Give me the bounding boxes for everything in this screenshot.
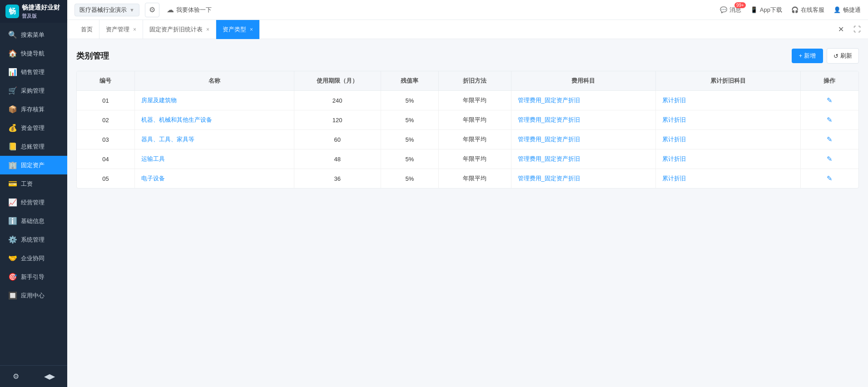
app-center-icon: 🔲 [8,291,16,300]
ledger-icon: 📒 [8,142,16,151]
edit-button[interactable]: ✎ [827,96,833,104]
sidebar-item-label: 采购管理 [21,87,45,95]
cell-accum: 累计折旧 [656,130,801,149]
sidebar-item-system[interactable]: ⚙️ 系统管理 [0,230,67,249]
edit-button[interactable]: ✎ [827,135,833,143]
col-header-name: 名称 [134,71,294,91]
workspace-selector[interactable]: 医疗器械行业演示 ▼ [74,4,139,16]
tab-asset-management-close[interactable]: × [133,27,136,32]
sidebar-item-label: 企业协同 [21,254,45,263]
page-title: 类别管理 [76,50,109,61]
app-icon: 📱 [750,6,758,13]
cell-residual: 5% [381,169,438,189]
cell-period: 120 [294,110,381,130]
cell-expense: 管理费用_固定资产折旧 [511,130,656,149]
cell-period: 36 [294,169,381,189]
online-service-button[interactable]: 🎧 在线客服 [791,6,824,14]
cell-accum: 累计折旧 [656,91,801,110]
tab-home-label: 首页 [81,25,93,34]
cell-expense: 管理费用_固定资产折旧 [511,110,656,130]
experience-button[interactable]: ☁ 我要体验一下 [167,5,212,14]
tab-depreciation-table[interactable]: 固定资产折旧统计表 × [143,20,216,39]
tab-asset-type-close[interactable]: × [250,27,253,32]
app-version: 普及版 [22,13,60,20]
sidebar-item-search[interactable]: 🔍 搜索菜单 [0,25,67,44]
app-label: App下载 [760,6,782,14]
sales-icon: 📊 [8,68,16,76]
cell-period: 60 [294,130,381,149]
tab-depreciation-close[interactable]: × [206,27,209,32]
cell-accum: 累计折旧 [656,169,801,189]
edit-button[interactable]: ✎ [827,155,833,163]
sidebar-item-ledger[interactable]: 📒 总账管理 [0,137,67,156]
page-header: 类别管理 + 新增 ↺ 刷新 [76,48,859,64]
tab-fullscreen-button[interactable]: ⛶ [850,22,864,37]
capital-icon: 💰 [8,124,16,132]
col-header-period: 使用期限（月） [294,71,381,91]
sidebar: 畅 畅捷通好业财 普及版 🔍 搜索菜单 🏠 快捷导航 📊 销售管理 🛒 采购管理… [0,0,67,387]
tab-asset-management[interactable]: 资产管理 × [99,20,143,39]
data-table: 编号 名称 使用期限（月） 残值率 折旧方法 [76,71,859,189]
sidebar-item-operations[interactable]: 📈 经营管理 [0,193,67,212]
tab-close-all-button[interactable]: ✕ [833,22,848,37]
sidebar-item-inventory[interactable]: 📦 库存核算 [0,100,67,119]
tab-asset-type-label: 资产类型 [223,25,246,34]
cell-name: 器具、工具、家具等 [134,130,294,149]
tab-home[interactable]: 首页 [74,20,99,39]
page-actions: + 新增 ↺ 刷新 [792,48,859,64]
cell-code: 04 [77,149,134,169]
basic-info-icon: ℹ️ [8,217,16,225]
sidebar-settings-button[interactable]: ⚙ [10,369,22,383]
cloud-icon: ☁ [167,5,174,14]
cell-accum: 累计折旧 [656,110,801,130]
cell-method: 年限平均 [439,130,511,149]
edit-button[interactable]: ✎ [827,116,833,124]
service-icon: 🎧 [791,6,799,13]
cell-method: 年限平均 [439,110,511,130]
topbar-right: 💬 消息 99+ 📱 App下载 🎧 在线客服 👤 畅捷通 [720,6,861,14]
sidebar-item-app-center[interactable]: 🔲 应用中心 [0,286,67,305]
user-menu-button[interactable]: 👤 畅捷通 [833,6,861,14]
cell-residual: 5% [381,149,438,169]
tabbar-actions: ✕ ⛶ [833,22,868,37]
sidebar-item-basic-info[interactable]: ℹ️ 基础信息 [0,212,67,230]
cell-name: 机器、机械和其他生产设备 [134,110,294,130]
new-button[interactable]: + 新增 [792,49,823,63]
refresh-icon: ↺ [833,53,838,60]
message-button[interactable]: 💬 消息 99+ [720,6,741,14]
sidebar-item-enterprise[interactable]: 🤝 企业协同 [0,249,67,268]
enterprise-icon: 🤝 [8,254,16,263]
app-download-button[interactable]: 📱 App下载 [750,6,782,14]
cell-code: 05 [77,169,134,189]
cell-residual: 5% [381,130,438,149]
cell-residual: 5% [381,110,438,130]
sidebar-item-payroll[interactable]: 💳 工资 [0,174,67,193]
cell-expense: 管理费用_固定资产折旧 [511,169,656,189]
cell-name: 房屋及建筑物 [134,91,294,110]
sidebar-toggle-button[interactable]: ◀▶ [41,369,58,383]
cell-code: 03 [77,130,134,149]
refresh-button[interactable]: ↺ 刷新 [827,48,859,64]
sidebar-item-quick-nav[interactable]: 🏠 快捷导航 [0,44,67,63]
sidebar-item-label: 系统管理 [21,236,45,244]
fixed-assets-icon: 🏢 [8,161,16,169]
sidebar-item-purchase[interactable]: 🛒 采购管理 [0,81,67,100]
topbar-settings-button[interactable]: ⚙ [145,3,159,17]
gear-icon: ⚙ [149,5,155,14]
sidebar-item-capital[interactable]: 💰 资金管理 [0,119,67,137]
tab-asset-type[interactable]: 资产类型 × [216,20,260,39]
sidebar-item-label: 资金管理 [21,124,45,132]
col-header-accum: 累计折旧科目 [656,71,801,91]
operations-icon: 📈 [8,198,16,207]
sidebar-item-fixed-assets[interactable]: 🏢 固定资产 [0,156,67,174]
workspace-dropdown-icon: ▼ [129,7,134,13]
sidebar-logo: 畅 畅捷通好业财 普及版 [0,0,67,23]
table-row: 01 房屋及建筑物 240 5% 年限平均 管理费用_固定资产折旧 累计折旧 ✎ [77,91,858,110]
logo-icon: 畅 [5,5,19,18]
user-icon: 👤 [833,6,841,13]
cell-accum: 累计折旧 [656,149,801,169]
sidebar-item-guide[interactable]: 🎯 新手引导 [0,268,67,286]
edit-button[interactable]: ✎ [827,174,833,182]
sidebar-item-label: 搜索菜单 [21,31,45,39]
sidebar-item-sales[interactable]: 📊 销售管理 [0,63,67,81]
